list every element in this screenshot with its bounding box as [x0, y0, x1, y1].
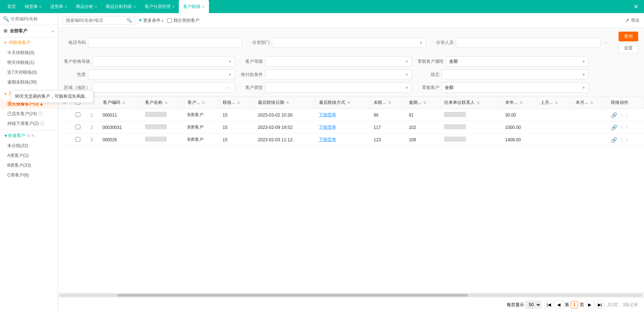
sidebar-search-icon: 🔍 — [3, 16, 9, 22]
nav-item-home[interactable]: 首页 — [3, 0, 20, 13]
row-checkbox-1[interactable] — [76, 112, 80, 117]
status-arrow: ▼ — [582, 73, 585, 77]
td-type-2: B类客户 — [184, 121, 219, 134]
region-select[interactable]: ··· — [92, 82, 235, 93]
action-menu-icon-3[interactable]: ⋮⋮ — [619, 137, 629, 143]
action-menu-icon-1[interactable]: ⋮⋮ — [619, 112, 629, 118]
nav-item-purchase[interactable]: 进货单 × — [46, 0, 71, 13]
sidebar-item-today[interactable]: 今天待联络(0) — [0, 48, 58, 58]
sidebar-item-class-c[interactable]: C类客户(6) — [0, 170, 58, 180]
customer-type-select[interactable]: ▼ — [265, 82, 412, 93]
sidebar-item-class-b[interactable]: B类客户(33) — [0, 161, 58, 170]
filter-retail: 零散客户 全部 ▼ — [418, 82, 589, 93]
nav-close-goods-analysis[interactable]: × — [95, 4, 97, 9]
row-checkbox-3[interactable] — [76, 137, 80, 142]
row-last-method-1[interactable]: 下销货单 — [319, 112, 336, 117]
row-last-method-3[interactable]: 下销货单 — [319, 137, 336, 142]
more-conditions-btn[interactable]: ▼ 更多条件 ▲ — [138, 17, 164, 24]
sidebar-search-input[interactable] — [11, 16, 58, 21]
lost-label: 已流失客户(24) — [7, 111, 37, 116]
manager-more-icon[interactable]: ··· — [603, 40, 610, 45]
h-scrollbar-thumb[interactable] — [118, 294, 467, 297]
action-menu-icon-2[interactable]: ⋮⋮ — [619, 125, 629, 130]
last-page-btn[interactable]: ▶| — [596, 300, 604, 309]
sidebar-section-pending[interactable]: ▼ 待联络客户 — [0, 37, 58, 48]
action-link-icon-3[interactable]: 🔗 — [611, 137, 617, 143]
action-link-icon-1[interactable]: 🔗 — [611, 112, 617, 118]
search-input[interactable] — [66, 18, 126, 23]
sidebar-item-class-a[interactable]: A类客户(1) — [0, 151, 58, 161]
price-level-select[interactable]: ▼ — [92, 56, 235, 66]
td-overdue-1: 81 — [405, 109, 440, 121]
nav-item-goods-analysis-list[interactable]: 商品分析列表 × — [101, 0, 140, 13]
nav-close-purchase[interactable]: × — [65, 4, 67, 9]
per-page-select[interactable]: 50 — [526, 301, 542, 309]
search-icon[interactable]: 🔍 — [126, 18, 132, 23]
sidebar-all-customers[interactable]: ⊞ 全部客户 « — [0, 25, 58, 37]
sort-last-month-icon[interactable]: ⇅ — [555, 101, 558, 105]
row-checkbox-2[interactable] — [76, 125, 80, 129]
sidebar-section-value[interactable]: ▼ 价值客户 ↻ ✎ — [0, 130, 58, 141]
nav-item-sales[interactable]: 销货单 × — [20, 0, 46, 13]
sort-this-month-icon[interactable]: ⇅ — [590, 101, 593, 105]
sidebar-item-declining[interactable]: 持续下滑客户(2) ⓘ — [0, 119, 58, 129]
payment-arrow: ▼ — [405, 73, 408, 77]
nav-item-goods-analysis[interactable]: 商品分析 × — [72, 0, 101, 13]
edit-value-icon[interactable]: ✎ — [31, 133, 35, 138]
row-last-method-2[interactable]: 下销货单 — [319, 125, 336, 130]
customer-level-select[interactable]: ▼ — [265, 56, 412, 66]
sort-overdue-icon[interactable]: ⇅ — [423, 101, 426, 105]
refresh-value-icon[interactable]: ↻ — [27, 133, 31, 138]
retail-attr-select[interactable]: 全部 ▼ — [446, 56, 589, 66]
sidebar-item-ungrouped[interactable]: 未分组(32) — [0, 141, 58, 151]
sort-company-contact-icon[interactable]: ⇅ — [477, 101, 480, 105]
sort-type-icon[interactable]: ⇅ — [202, 101, 205, 105]
th-type-label: 客户... — [188, 100, 200, 105]
status-select[interactable]: ▼ — [442, 69, 589, 80]
first-page-btn[interactable]: |◀ — [544, 300, 553, 309]
sort-name-icon[interactable]: ⇅ — [165, 101, 168, 105]
region-more-icon[interactable]: ··· — [225, 85, 232, 90]
sidebar-item-week[interactable]: 近7天待联络(0) — [0, 68, 58, 77]
nav-close-customer-contact[interactable]: × — [202, 4, 204, 9]
window-close-button[interactable]: ✕ — [631, 3, 641, 10]
sort-contact-icon[interactable]: ⇅ — [237, 101, 240, 105]
arrow-value: ▼ — [4, 133, 8, 138]
nav-close-goods-analysis-list[interactable]: × — [133, 4, 136, 9]
td-settings-1 — [58, 109, 71, 121]
filter-price-level: 客户价格等级 ▼ — [64, 56, 235, 66]
sidebar-item-lost[interactable]: 已流失客户(24) ⓘ — [0, 109, 58, 119]
sort-code-icon[interactable]: ⇅ — [122, 101, 125, 105]
horizontal-scrollbar[interactable] — [58, 293, 644, 297]
td-check-1 — [71, 109, 84, 121]
td-name-2 — [141, 121, 184, 134]
nature-select[interactable]: ▼ — [88, 69, 235, 80]
sort-no-contact-icon[interactable]: ⇅ — [388, 101, 391, 105]
payment-select[interactable]: ▼ — [265, 69, 412, 80]
nature-arrow: ▼ — [228, 73, 232, 77]
sidebar-item-tomorrow[interactable]: 明天待联络(1) — [0, 58, 58, 68]
retail-select[interactable]: 全部 ▼ — [442, 82, 589, 93]
manager-select[interactable] — [456, 37, 600, 48]
nav-item-customer-layer[interactable]: 客户分层经营 × — [140, 0, 179, 13]
query-button[interactable]: 查询 — [619, 32, 638, 41]
export-btn[interactable]: ↗ 导出 — [625, 17, 640, 24]
sort-this-year-icon[interactable]: ⇅ — [520, 101, 523, 105]
action-link-icon-2[interactable]: 🔗 — [611, 125, 617, 130]
td-code-2: 00030031 — [99, 121, 141, 134]
nav-item-customer-contact[interactable]: 客户联络 × — [179, 0, 209, 13]
phone-input[interactable] — [88, 37, 242, 48]
nav-close-sales[interactable]: × — [39, 4, 41, 9]
my-customers-checkbox[interactable] — [167, 18, 172, 23]
nav-close-customer-layer[interactable]: × — [172, 4, 174, 9]
sort-date-icon[interactable]: ⇅ — [286, 101, 289, 105]
content-area: 🔍 ▼ 更多条件 ▲ 我分管的客户 ↗ 导出 电话号码 — [58, 13, 644, 312]
th-last-method-label: 最后联络方式 — [319, 100, 345, 105]
settings-button[interactable]: 设置 — [619, 43, 638, 53]
prev-page-btn[interactable]: ◀ — [555, 300, 563, 309]
dept-select[interactable]: ▼ — [272, 37, 426, 48]
next-page-btn[interactable]: ▶ — [585, 300, 594, 309]
sidebar-item-overdue[interactable]: 逾期未联络(30) — [0, 77, 58, 87]
sort-method-icon[interactable]: ⇅ — [347, 101, 350, 105]
manager-label: 分管人员 — [432, 40, 454, 46]
